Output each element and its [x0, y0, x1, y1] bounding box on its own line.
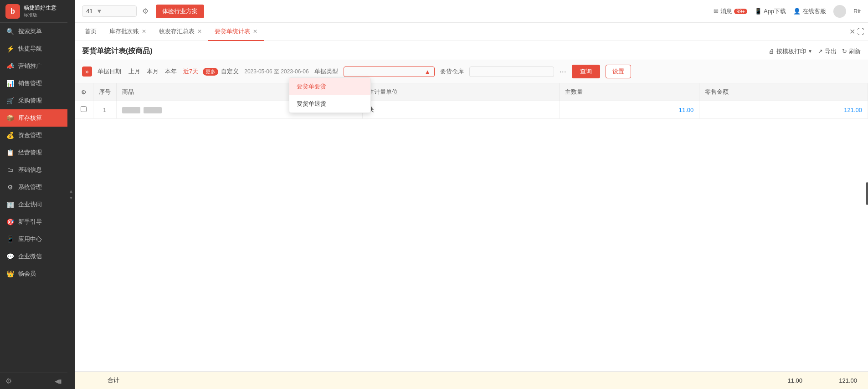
page-header: 要货单统计表(按商品) 🖨 按模板打印 ▼ ↗ 导出 ↻ 刷新 — [75, 41, 868, 60]
page-content: 要货单统计表(按商品) 🖨 按模板打印 ▼ ↗ 导出 ↻ 刷新 » — [75, 41, 868, 389]
date-range: 2023-05-06 至 2023-06-06 — [244, 68, 308, 76]
print-btn[interactable]: 🖨 按模板打印 ▼ — [769, 47, 812, 56]
app-icon: 📱 — [755, 8, 762, 15]
date-more[interactable]: 更多 — [203, 68, 218, 76]
sidebar-item-operation[interactable]: 📋 经营管理 — [0, 144, 67, 161]
topbar-service[interactable]: 👤 在线客服 — [793, 7, 826, 15]
sidebar-item-marketing[interactable]: 📣 营销推广 — [0, 57, 67, 75]
tab-order-stats-label: 要货单统计表 — [215, 27, 250, 36]
filter-more-btn[interactable]: ··· — [560, 67, 566, 77]
topbar-app[interactable]: 📱 App下载 — [755, 7, 786, 15]
filter-expand-btn[interactable]: » — [82, 67, 92, 77]
sidebar-item-app-center[interactable]: 📱 应用中心 — [0, 230, 67, 248]
date-custom[interactable]: 自定义 — [221, 67, 239, 76]
service-label: 在线客服 — [802, 7, 826, 15]
sidebar-inventory-label: 库存核算 — [18, 114, 42, 122]
company-name: 41 — [86, 8, 92, 15]
topbar-left: 41 ▼ ⚙ 体验行业方案 — [82, 5, 714, 18]
date-prev[interactable]: 上月 — [127, 67, 142, 76]
row-amount[interactable]: 121.00 — [699, 101, 868, 119]
tab-home-label: 首页 — [85, 27, 97, 36]
sidebar-item-basic[interactable]: 🗂 基础信息 — [0, 161, 67, 179]
app-title: 畅捷通好生意 — [24, 4, 56, 12]
print-icon: 🖨 — [769, 48, 775, 55]
tab-close-all-btn[interactable]: ✕ — [849, 27, 855, 36]
sidebar-purchase-label: 采购管理 — [18, 97, 42, 105]
sidebar-app-center-label: 应用中心 — [18, 235, 42, 243]
dropdown-item-order-goods[interactable]: 要货单要货 — [289, 78, 370, 95]
row-checkbox[interactable] — [75, 101, 93, 119]
sidebar-item-quick-nav[interactable]: ⚡ 快捷导航 — [0, 40, 67, 57]
type-input-wrapper: ▲ — [344, 67, 435, 77]
type-input[interactable] — [348, 68, 425, 75]
industry-btn[interactable]: 体验行业方案 — [156, 5, 204, 18]
marketing-icon: 📣 — [5, 62, 15, 70]
tab-home[interactable]: 首页 — [78, 23, 103, 41]
query-btn[interactable]: 查询 — [572, 65, 600, 78]
warehouse-input[interactable] — [473, 68, 550, 75]
tab-receivable-close[interactable]: ✕ — [197, 28, 202, 35]
tab-receivable-label: 收发存汇总表 — [159, 27, 195, 36]
system-icon: ⚙ — [5, 184, 15, 191]
row-check[interactable] — [81, 106, 87, 112]
company-selector[interactable]: 41 ▼ — [82, 5, 137, 17]
refresh-label: 刷新 — [849, 47, 861, 56]
vip-icon: 👑 — [5, 270, 15, 277]
col-unit: 主计量单位 — [363, 83, 560, 101]
topbar-gear-btn[interactable]: ⚙ — [140, 5, 150, 17]
sidebar-item-sales[interactable]: 📊 销售管理 — [0, 75, 67, 92]
sidebar-item-system[interactable]: ⚙ 系统管理 — [0, 179, 67, 196]
tabbar: 首页 库存批次账 ✕ 收发存汇总表 ✕ 要货单统计表 ✕ ✕ ⛶ — [75, 23, 868, 41]
user-name[interactable]: Rit — [853, 8, 861, 15]
tab-expand-btn[interactable]: ⛶ — [857, 28, 864, 36]
page-header-actions: 🖨 按模板打印 ▼ ↗ 导出 ↻ 刷新 — [769, 47, 861, 56]
type-dropdown-arrow[interactable]: ▲ — [425, 68, 431, 75]
type-dropdown: 要货单要货 要货单退货 — [289, 77, 371, 113]
tab-receivable[interactable]: 收发存汇总表 ✕ — [153, 23, 208, 41]
sidebar-collapse-btn[interactable]: ◀▮ — [55, 378, 62, 384]
sidebar-item-wechat[interactable]: 💬 企业微信 — [0, 248, 67, 265]
sidebar-bottom: ⚙ ◀▮ — [0, 373, 67, 389]
sidebar-item-purchase[interactable]: 🛒 采购管理 — [0, 92, 67, 109]
sidebar-item-guide[interactable]: 🎯 新手引导 — [0, 213, 67, 230]
msg-label: 消息 — [720, 7, 732, 15]
scroll-down-arrow[interactable]: ▼ — [69, 195, 73, 200]
quick-nav-icon: ⚡ — [5, 45, 15, 52]
sidebar-guide-label: 新手引导 — [18, 218, 42, 226]
page-title: 要货单统计表(按商品) — [82, 46, 153, 56]
operation-icon: 📋 — [5, 149, 15, 156]
app-label: App下载 — [764, 7, 786, 15]
table-footer: 合计 11.00 121.00 — [75, 371, 868, 389]
sidebar-item-search[interactable]: 🔍 搜索菜单 — [0, 23, 67, 40]
date-7days[interactable]: 近7天 — [181, 67, 200, 76]
tab-order-stats-close[interactable]: ✕ — [253, 28, 257, 35]
date-shortcuts: 上月 本月 本年 近7天 更多 自定义 — [127, 67, 239, 76]
topbar-right: ✉ 消息 99+ 📱 App下载 👤 在线客服 Rit — [714, 5, 861, 18]
col-amount: 零售金额 — [699, 83, 868, 101]
sidebar-settings-btn[interactable]: ⚙ — [5, 377, 12, 385]
topbar-msg[interactable]: ✉ 消息 99+ — [714, 7, 747, 15]
sidebar-enterprise-label: 企业协同 — [18, 200, 42, 209]
sidebar-item-vip[interactable]: 👑 畅会员 — [0, 265, 67, 282]
sidebar-item-finance[interactable]: 💰 资金管理 — [0, 127, 67, 144]
msg-icon: ✉ — [714, 8, 719, 15]
user-avatar[interactable] — [833, 5, 846, 18]
refresh-btn[interactable]: ↻ 刷新 — [842, 47, 861, 56]
date-curr[interactable]: 本月 — [145, 67, 160, 76]
date-year[interactable]: 本年 — [163, 67, 179, 76]
enterprise-icon: 🏢 — [5, 201, 15, 208]
sidebar-quick-nav-label: 快捷导航 — [18, 45, 42, 53]
export-btn[interactable]: ↗ 导出 — [818, 47, 837, 56]
table-settings-icon[interactable]: ⚙ — [81, 89, 87, 96]
scroll-up-arrow[interactable]: ▲ — [69, 189, 73, 194]
tab-batch-close[interactable]: ✕ — [142, 28, 146, 35]
col-settings[interactable]: ⚙ — [75, 83, 93, 101]
row-qty[interactable]: 11.00 — [560, 101, 699, 119]
dropdown-item-order-return[interactable]: 要货单退货 — [289, 95, 370, 113]
sidebar-item-inventory[interactable]: 📦 库存核算 — [0, 109, 67, 127]
filter-settings-btn[interactable]: 设置 — [606, 65, 631, 78]
tab-batch[interactable]: 库存批次账 ✕ — [103, 23, 153, 41]
app-center-icon: 📱 — [5, 235, 15, 243]
sidebar-item-enterprise[interactable]: 🏢 企业协同 — [0, 196, 67, 213]
tab-order-stats[interactable]: 要货单统计表 ✕ — [208, 23, 264, 41]
